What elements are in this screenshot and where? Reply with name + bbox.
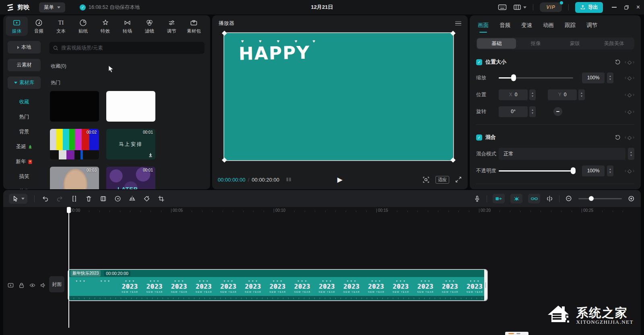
inspector-tab-跟踪[interactable]: 跟踪 [565, 22, 576, 33]
sidebar-group-本地[interactable]: 本地 [8, 41, 41, 54]
shortcut-keyboard-icon[interactable] [498, 4, 507, 10]
keyframe-control[interactable]: ‹◇› [625, 134, 634, 141]
restore-button[interactable] [624, 5, 629, 10]
media-tab-调节[interactable]: 调节 [161, 17, 183, 36]
record-voiceover-button[interactable] [473, 195, 481, 203]
vip-button[interactable]: VIP [540, 2, 561, 12]
selection-handle[interactable] [450, 31, 456, 36]
mirror-button[interactable] [128, 195, 136, 203]
scale-stepper[interactable]: ▲▼ [607, 72, 613, 83]
media-tab-素材包[interactable]: 素材包 [183, 17, 205, 36]
material-thumbnail-white[interactable] [106, 91, 155, 122]
keyframe-control[interactable]: ‹◇› [625, 168, 634, 174]
minimize-button[interactable] [612, 7, 617, 8]
preview-axis-toggle[interactable] [546, 195, 553, 203]
position-x-field[interactable]: X 0 [499, 89, 528, 100]
media-tab-音频[interactable]: 音频 [28, 17, 50, 36]
inspector-subtab-抠像[interactable]: 抠像 [516, 38, 555, 49]
opacity-stepper[interactable]: ▲▼ [607, 165, 613, 176]
close-button[interactable]: × [636, 4, 640, 10]
sidebar-item-片头[interactable]: 片头 [3, 184, 45, 189]
search-box[interactable] [49, 42, 204, 54]
inspector-tab-音频[interactable]: 音频 [500, 22, 510, 33]
fit-button[interactable]: 适应 [436, 176, 449, 184]
sidebar-item-新年[interactable]: 新年 [3, 154, 45, 169]
select-tool-button[interactable] [9, 194, 27, 204]
cover-button[interactable]: 封面 [49, 276, 64, 292]
position-x-stepper[interactable]: ▲▼ [529, 89, 536, 100]
clip-trim-handle-right[interactable] [484, 270, 487, 300]
keyframe-control[interactable]: ‹◇› [625, 109, 634, 115]
material-thumbnail-poster[interactable]: LATER...00:01 [106, 167, 155, 189]
sidebar-group-云素材[interactable]: 云素材 [8, 59, 41, 71]
undo-button[interactable] [41, 195, 49, 203]
timeline-zoom-in-icon[interactable] [627, 195, 635, 203]
timeline-zoom-out-icon[interactable] [565, 195, 573, 203]
inspector-tab-变速[interactable]: 变速 [521, 22, 532, 33]
media-tab-文本[interactable]: TI文本 [50, 17, 72, 36]
sidebar-item-圣诞[interactable]: 圣诞 [3, 139, 45, 154]
inspector-tab-调节[interactable]: 调节 [586, 22, 597, 33]
keyframe-control[interactable]: ‹◇› [625, 92, 634, 98]
playhead-grip[interactable] [67, 207, 71, 213]
sidebar-group-素材库[interactable]: 素材库 [8, 77, 41, 89]
inspector-subtab-基础[interactable]: 基础 [477, 38, 516, 49]
position-y-stepper[interactable]: ▲▼ [578, 89, 585, 100]
opacity-slider[interactable] [499, 170, 573, 172]
sidebar-item-热门[interactable]: 热门 [3, 110, 45, 124]
hide-track-icon[interactable] [29, 282, 36, 289]
opacity-value[interactable]: 100% [582, 165, 605, 176]
blend-mode-select[interactable]: 正常 [499, 148, 625, 160]
selection-handle[interactable] [222, 157, 227, 163]
crop-button[interactable] [157, 195, 165, 203]
frame-list-icon[interactable] [285, 176, 292, 183]
main-track-magnet-toggle[interactable] [493, 194, 505, 203]
reset-icon[interactable] [615, 134, 621, 141]
reset-icon[interactable] [615, 59, 621, 65]
selection-handle[interactable] [450, 157, 456, 163]
lock-track-icon[interactable] [18, 282, 25, 289]
media-tab-转场[interactable]: 转场 [116, 17, 138, 36]
player-menu-icon[interactable] [455, 21, 461, 26]
timeline[interactable]: 00:0000:0500:1000:1500:2000:25 封面 [3, 207, 641, 335]
sidebar-item-背景[interactable]: 背景 [3, 124, 45, 139]
position-y-field[interactable]: Y 0 [548, 89, 577, 100]
inspector-subtab-蒙版[interactable]: 蒙版 [555, 38, 594, 49]
preview-focus-icon[interactable] [422, 176, 430, 184]
scale-value[interactable]: 100% [582, 72, 605, 83]
rotate-knob[interactable] [553, 107, 562, 116]
material-thumbnail-black[interactable] [50, 91, 99, 122]
preview-canvas[interactable]: ♥♥♥♥♥ HAPPY [224, 33, 453, 160]
playhead[interactable] [68, 207, 69, 328]
timeline-ruler[interactable]: 00:0000:0500:1000:1500:2000:25 [3, 207, 641, 216]
reverse-button[interactable] [114, 195, 122, 203]
rotate-value[interactable]: 0° [499, 106, 528, 117]
video-clip[interactable]: 新年快乐2023 00:00:20:00 ♥ ♥ ♥2023.♥ ♥ ♥2023… [68, 270, 487, 300]
blend-checkbox[interactable]: ✓ [476, 134, 482, 141]
media-tab-媒体[interactable]: 媒体 [6, 17, 28, 36]
search-input[interactable] [61, 45, 200, 51]
export-button[interactable]: 导出 [575, 2, 603, 13]
media-tab-滤镜[interactable]: 滤镜 [138, 17, 161, 36]
inspector-tab-动画[interactable]: 动画 [543, 22, 554, 33]
menu-button[interactable]: 菜单 [39, 2, 65, 12]
fullscreen-icon[interactable] [455, 176, 462, 183]
linkage-toggle[interactable] [528, 194, 540, 203]
selection-handle[interactable] [222, 31, 227, 36]
layout-switch-icon[interactable] [513, 4, 526, 10]
material-thumbnail-teal-text[interactable]: 马上安排00:01 [106, 129, 155, 159]
inspector-tab-画面[interactable]: 画面 [478, 22, 489, 33]
inspector-subtab-美颜美体[interactable]: 美颜美体 [594, 38, 634, 49]
scale-slider[interactable] [499, 77, 573, 79]
redo-button[interactable] [56, 195, 64, 203]
timeline-zoom-slider[interactable] [578, 198, 622, 199]
material-thumbnail-colorbars[interactable]: 00:02 [50, 129, 99, 159]
canvas-text-overlay[interactable]: ♥♥♥♥♥ HAPPY [239, 39, 318, 62]
media-tab-贴纸[interactable]: 贴纸 [72, 17, 94, 36]
media-tab-特效[interactable]: 特效 [94, 17, 116, 36]
blend-mode-stepper[interactable]: ▲▼ [628, 148, 634, 160]
play-button[interactable]: ▶ [337, 176, 343, 184]
delete-button[interactable] [85, 195, 93, 203]
position-size-checkbox[interactable]: ✓ [476, 59, 482, 65]
material-thumbnail-face[interactable]: 00:03 [50, 167, 99, 189]
